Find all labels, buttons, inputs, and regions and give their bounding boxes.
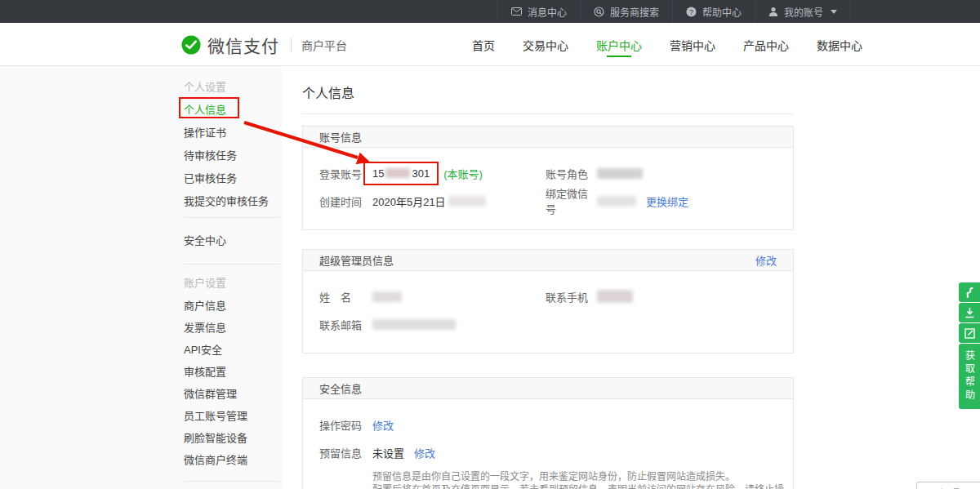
redacted-admin-name xyxy=(372,291,402,302)
annotation-box-login: 15 301 xyxy=(363,162,439,185)
admin-edit-link[interactable]: 修改 xyxy=(755,252,777,268)
sidebar-item-invoice-info[interactable]: 发票信息 xyxy=(0,317,282,339)
sidebar-item-reviewed-tasks[interactable]: 已审核任务 xyxy=(0,167,282,190)
date-tooltip: 2020年5月22日 xyxy=(916,482,980,489)
nav-transaction-center[interactable]: 交易中心 xyxy=(523,23,568,66)
topbar-item-label: 帮助中心 xyxy=(702,5,742,19)
password-edit-link[interactable]: 修改 xyxy=(372,417,394,433)
redacted-login-digits xyxy=(385,168,410,178)
title-divider xyxy=(302,113,794,114)
brand-subtitle: 商户平台 xyxy=(301,37,347,53)
feedback-icon xyxy=(964,328,975,339)
get-help-label: 获取帮助 xyxy=(963,350,977,402)
redacted-created-detail xyxy=(448,196,486,207)
account-info-section: 账号信息 登录账号 15 301 (本账号) 账号角色 xyxy=(302,126,794,230)
operation-password-label: 操作密码 xyxy=(319,417,372,433)
nav-account-center[interactable]: 账户中心 xyxy=(596,23,642,66)
admin-phone-label: 联系手机 xyxy=(546,289,597,305)
help-icon: ? xyxy=(686,7,697,17)
admin-name-label: 姓 名 xyxy=(319,289,372,305)
topbar-item-label: 服务商搜索 xyxy=(610,5,659,19)
topbar-item-messages[interactable]: 消息中心 xyxy=(497,0,580,23)
search-icon xyxy=(594,7,604,17)
topbar-item-help[interactable]: ? 帮助中心 xyxy=(672,0,755,23)
hotline-button[interactable] xyxy=(959,282,980,302)
login-account-suffix: 301 xyxy=(412,167,430,180)
sidebar-item-review-config[interactable]: 审核配置 xyxy=(0,361,282,383)
redacted-admin-phone xyxy=(597,290,633,303)
security-section-title: 安全信息 xyxy=(319,380,362,396)
sidebar-item-my-submitted-tasks[interactable]: 我提交的审核任务 xyxy=(0,190,282,213)
topbar-item-my-account[interactable]: 我的账号 xyxy=(755,0,851,23)
download-icon xyxy=(964,307,975,318)
login-account-prefix: 15 xyxy=(372,167,384,180)
feedback-button[interactable] xyxy=(959,323,980,343)
reserved-info-label: 预留信息 xyxy=(319,445,372,460)
nav-product-center[interactable]: 产品中心 xyxy=(743,23,789,66)
bound-wechat-label: 绑定微信号 xyxy=(546,185,597,216)
reserved-edit-link[interactable]: 修改 xyxy=(414,445,435,460)
reserved-desc-line: 预留信息是由你自己设置的一段文字，用来鉴定网站身份，防止假冒网站造成损失。 xyxy=(372,471,793,484)
security-info-section: 安全信息 操作密码 修改 预留信息 未设置 修改 预留信息是由你自己设置的一段文… xyxy=(302,377,794,489)
svg-text:?: ? xyxy=(689,7,693,16)
topbar-item-label: 我的账号 xyxy=(784,5,823,19)
sidebar-item-merchant-info[interactable]: 商户信息 xyxy=(0,295,282,317)
desc-spacer xyxy=(319,466,372,489)
floating-help-bar: 获取帮助 xyxy=(959,282,980,409)
redacted-wechat-id xyxy=(597,196,636,207)
sidebar-divider xyxy=(184,217,280,218)
account-section-title: 账号信息 xyxy=(319,129,362,144)
page-title: 个人信息 xyxy=(302,82,980,102)
sidebar-item-api-security[interactable]: API安全 xyxy=(0,339,282,361)
sidebar-item-personal-info[interactable]: 个人信息 xyxy=(0,99,282,122)
sidebar: 个人设置 个人信息 操作证书 待审核任务 已审核任务 我提交的审核任务 安全中心… xyxy=(0,66,282,489)
nav-data-center[interactable]: 数据中心 xyxy=(817,23,862,66)
admin-email-label: 联系邮箱 xyxy=(319,317,372,332)
nav-marketing-center[interactable]: 营销中心 xyxy=(670,23,715,66)
sidebar-item-security-center[interactable]: 安全中心 xyxy=(0,229,282,252)
nav-home[interactable]: 首页 xyxy=(472,23,495,66)
redacted-admin-email xyxy=(372,319,456,330)
wechat-pay-logo-icon xyxy=(181,35,201,55)
admin-info-section: 超级管理员信息 修改 姓 名 联系手机 联系邮箱 xyxy=(302,249,794,353)
sidebar-item-operation-certificate[interactable]: 操作证书 xyxy=(0,122,282,144)
envelope-icon xyxy=(511,7,522,16)
redacted-account-role xyxy=(597,168,643,179)
download-button[interactable] xyxy=(959,303,980,322)
main-nav: 首页 交易中心 账户中心 营销中心 产品中心 数据中心 xyxy=(472,23,862,66)
change-binding-link[interactable]: 更换绑定 xyxy=(646,193,688,209)
topbar-item-service-search[interactable]: 服务商搜索 xyxy=(580,0,672,23)
reserved-desc-line: 配置后将在首页及充值页面显示。若未看到预留信息，表明当前访问的网站存在风险，请终… xyxy=(372,484,793,489)
sidebar-divider xyxy=(184,264,280,265)
sidebar-item-pending-review-tasks[interactable]: 待审核任务 xyxy=(0,144,282,167)
sidebar-group-personal-settings: 个人设置 xyxy=(0,76,282,99)
brand[interactable]: 微信支付 商户平台 xyxy=(181,23,347,66)
brand-divider xyxy=(291,38,292,52)
current-account-tag: (本账号) xyxy=(443,166,483,181)
caret-down-icon xyxy=(831,10,837,14)
sidebar-item-wechat-group-mgmt[interactable]: 微信群管理 xyxy=(0,383,282,405)
hotline-icon xyxy=(964,287,975,299)
sidebar-group-account-settings: 账户设置 xyxy=(0,272,282,295)
user-icon xyxy=(768,7,778,16)
brand-name: 微信支付 xyxy=(207,33,279,57)
topbar: 消息中心 服务商搜索 ? 帮助中心 我的账号 xyxy=(0,0,980,23)
sidebar-item-staff-account-mgmt[interactable]: 员工账号管理 xyxy=(0,405,282,427)
reserved-info-value: 未设置 xyxy=(372,445,404,460)
topbar-item-label: 消息中心 xyxy=(528,5,567,19)
account-role-label: 账号角色 xyxy=(546,166,597,181)
sidebar-divider xyxy=(184,481,280,482)
get-help-button[interactable]: 获取帮助 xyxy=(959,344,980,409)
sidebar-item-face-smart-device[interactable]: 刷脸智能设备 xyxy=(0,427,282,449)
main-content: 个人信息 账号信息 登录账号 15 301 (本账号) xyxy=(282,66,980,489)
created-time-value: 2020年5月21日 xyxy=(372,193,446,209)
created-time-label: 创建时间 xyxy=(319,193,372,209)
header: 微信支付 商户平台 首页 交易中心 账户中心 营销中心 产品中心 数据中心 xyxy=(0,23,980,66)
admin-section-title: 超级管理员信息 xyxy=(319,252,394,268)
sidebar-item-wechat-merchant-terminal[interactable]: 微信商户终端 xyxy=(0,449,282,471)
